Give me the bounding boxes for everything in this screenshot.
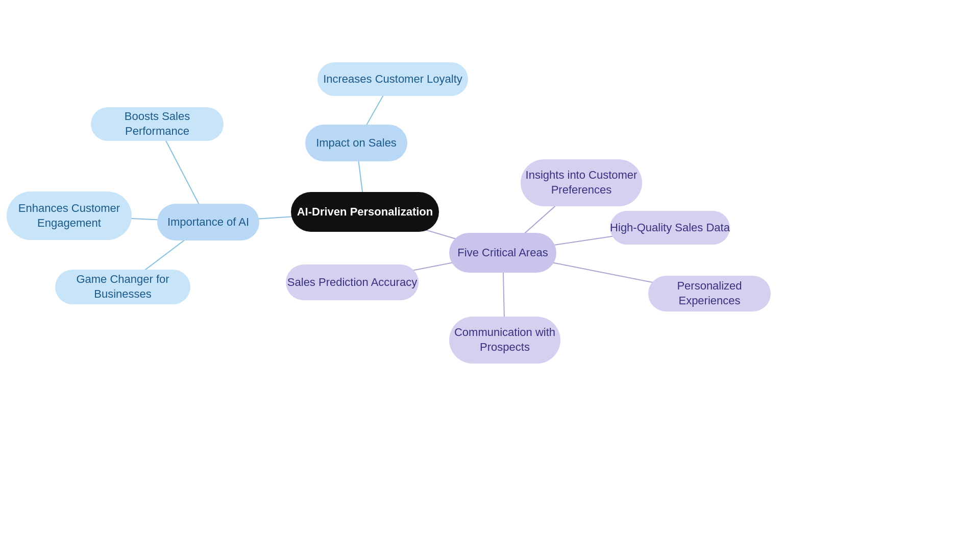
enhances-engagement-label: Enhances Customer Engagement xyxy=(7,201,132,230)
increases-loyalty-label: Increases Customer Loyalty xyxy=(323,72,462,87)
five-critical-areas-label: Five Critical Areas xyxy=(457,246,548,260)
center-node: AI-Driven Personalization xyxy=(291,192,439,232)
importance-of-ai-node: Importance of AI xyxy=(157,204,259,241)
insights-customer-label: Insights into Customer Preferences xyxy=(521,168,642,197)
personalized-exp-node: Personalized Experiences xyxy=(648,276,771,311)
communication-node: Communication with Prospects xyxy=(449,317,560,364)
impact-on-sales-node: Impact on Sales xyxy=(305,125,407,161)
enhances-engagement-node: Enhances Customer Engagement xyxy=(7,191,132,240)
impact-on-sales-label: Impact on Sales xyxy=(316,136,397,151)
five-critical-areas-node: Five Critical Areas xyxy=(449,233,556,273)
high-quality-node: High-Quality Sales Data xyxy=(610,211,730,245)
communication-label: Communication with Prospects xyxy=(449,325,560,354)
boosts-sales-label: Boosts Sales Performance xyxy=(91,109,224,138)
center-node-label: AI-Driven Personalization xyxy=(297,205,433,220)
personalized-exp-label: Personalized Experiences xyxy=(648,279,771,308)
increases-loyalty-node: Increases Customer Loyalty xyxy=(317,62,468,96)
high-quality-label: High-Quality Sales Data xyxy=(610,221,730,235)
importance-of-ai-label: Importance of AI xyxy=(167,215,249,230)
sales-prediction-node: Sales Prediction Accuracy xyxy=(286,265,419,300)
sales-prediction-label: Sales Prediction Accuracy xyxy=(287,275,417,290)
game-changer-label: Game Changer for Businesses xyxy=(55,272,190,301)
insights-customer-node: Insights into Customer Preferences xyxy=(521,159,642,206)
game-changer-node: Game Changer for Businesses xyxy=(55,270,190,304)
boosts-sales-node: Boosts Sales Performance xyxy=(91,107,224,141)
